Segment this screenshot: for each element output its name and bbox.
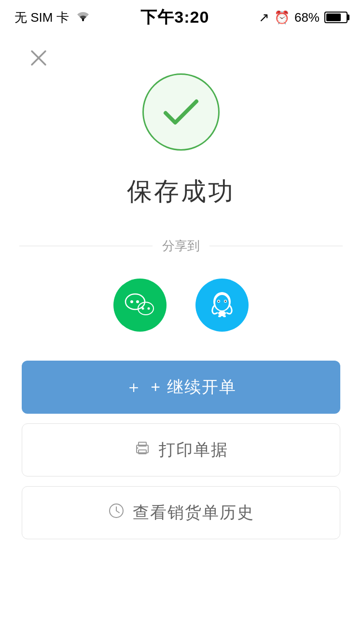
no-sim-label: 无 SIM 卡 [14, 9, 69, 26]
svg-point-0 [82, 19, 84, 21]
plus-icon: ＋ [125, 376, 143, 398]
success-circle [142, 73, 220, 151]
divider-right [209, 246, 343, 246]
alarm-icon: ⏰ [274, 10, 290, 25]
svg-point-14 [225, 301, 226, 302]
status-left: 无 SIM 卡 [14, 9, 91, 26]
qq-share-button[interactable] [195, 279, 249, 332]
continue-label: + 继续开单 [151, 376, 236, 398]
share-divider: 分享到 [19, 238, 343, 254]
share-label: 分享到 [162, 238, 200, 254]
battery-percent: 68% [294, 10, 320, 25]
success-title: 保存成功 [127, 175, 235, 209]
print-button[interactable]: 打印单据 [22, 423, 340, 476]
svg-rect-18 [223, 315, 226, 317]
history-button[interactable]: 查看销货单历史 [22, 486, 340, 539]
share-section: 分享到 [0, 238, 362, 332]
svg-point-7 [142, 308, 144, 310]
action-buttons: ＋ + 继续开单 打印单据 查看销货单历 [22, 361, 340, 539]
printer-icon [134, 439, 151, 461]
continue-button[interactable]: ＋ + 继续开单 [22, 361, 340, 414]
wifi-icon [75, 10, 91, 26]
qq-icon [208, 288, 237, 322]
svg-point-5 [136, 300, 139, 303]
svg-point-22 [137, 448, 139, 449]
status-time: 下午3:20 [140, 6, 209, 28]
svg-point-8 [148, 308, 150, 310]
svg-point-13 [218, 301, 220, 302]
status-bar: 无 SIM 卡 下午3:20 ↗ ⏰ 68% [0, 0, 362, 35]
share-icons [19, 279, 343, 332]
svg-rect-17 [218, 315, 221, 317]
battery-icon [324, 12, 348, 23]
svg-point-3 [125, 294, 145, 309]
wechat-share-button[interactable] [113, 279, 167, 332]
main-content: 保存成功 分享到 [0, 35, 362, 539]
history-icon [108, 502, 125, 523]
svg-point-10 [215, 295, 229, 310]
divider-left [19, 246, 153, 246]
print-label: 打印单据 [159, 439, 228, 461]
svg-point-4 [130, 300, 133, 303]
wechat-icon [125, 292, 155, 318]
location-icon: ↗ [259, 10, 269, 25]
checkmark-icon [162, 98, 200, 126]
close-icon [30, 49, 47, 67]
close-button[interactable] [24, 43, 53, 72]
history-label: 查看销货单历史 [133, 502, 254, 524]
status-right: ↗ ⏰ 68% [259, 10, 348, 25]
